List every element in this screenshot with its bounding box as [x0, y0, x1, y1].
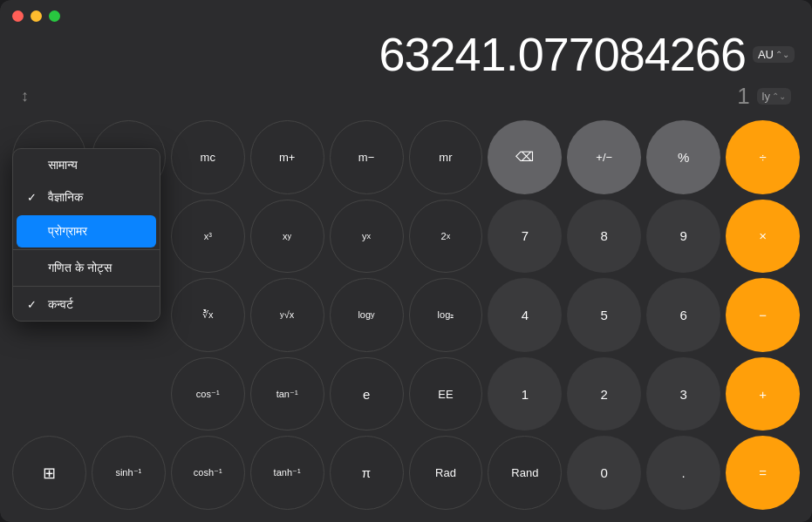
acosh-button[interactable]: cosh⁻¹ — [171, 436, 245, 510]
menu-divider — [13, 249, 160, 250]
x-to-y-button[interactable]: xy — [250, 200, 324, 274]
zero-button[interactable]: 0 — [567, 436, 641, 510]
main-unit-label: AU — [758, 48, 774, 61]
secondary-display-value: 1 — [737, 83, 749, 110]
equals-button[interactable]: = — [726, 436, 800, 510]
atan-button[interactable]: tan⁻¹ — [250, 357, 324, 431]
m-minus-button[interactable]: m− — [330, 120, 404, 194]
euler-button[interactable]: e — [330, 357, 404, 431]
y-to-x-button[interactable]: yx — [330, 200, 404, 274]
title-bar — [0, 0, 812, 27]
secondary-unit-label: ly — [762, 90, 770, 103]
cube-root-button[interactable]: ∛x — [171, 278, 245, 352]
menu-item-programmer[interactable]: प्रोग्रामर — [17, 215, 156, 247]
atanh-button[interactable]: tanh⁻¹ — [250, 436, 324, 510]
menu-item-convert[interactable]: ✓ कन्वर्ट — [13, 288, 160, 321]
two-button[interactable]: 2 — [567, 357, 641, 431]
menu-item-math-notes-label: गणित के नोट्स — [48, 261, 112, 275]
percent-button[interactable]: % — [646, 120, 720, 194]
calculator-window: 63241.077084266 AU ⌃⌄ ↕ 1 ly ⌃⌄ (( ) mc … — [0, 0, 812, 522]
one-button[interactable]: 1 — [488, 357, 562, 431]
four-button[interactable]: 4 — [488, 278, 562, 352]
m-plus-button[interactable]: m+ — [250, 120, 324, 194]
convert-icon[interactable]: ↕ — [21, 87, 29, 105]
row4-spacer2 — [92, 357, 166, 431]
log-2-button[interactable]: log₂ — [409, 278, 483, 352]
ee-button[interactable]: EE — [409, 357, 483, 431]
secondary-unit-selector[interactable]: ly ⌃⌄ — [757, 88, 791, 105]
eight-button[interactable]: 8 — [567, 200, 641, 274]
calc-mode-button[interactable]: ⊞ — [12, 436, 86, 510]
unit-chevrons-icon: ⌃⌄ — [775, 50, 789, 59]
five-button[interactable]: 5 — [567, 278, 641, 352]
menu-item-scientific-label: वैज्ञानिक — [48, 190, 83, 205]
three-button[interactable]: 3 — [646, 357, 720, 431]
scientific-checkmark: ✓ — [27, 191, 41, 204]
multiply-button[interactable]: × — [726, 200, 800, 274]
mc-button[interactable]: mc — [171, 120, 245, 194]
menu-item-basic-label: सामान्य — [48, 158, 78, 173]
y-root-button[interactable]: y√x — [250, 278, 324, 352]
two-to-x-button[interactable]: 2x — [409, 200, 483, 274]
secondary-unit-chevrons-icon: ⌃⌄ — [772, 92, 786, 101]
subtract-button[interactable]: − — [726, 278, 800, 352]
x-cubed-button[interactable]: x³ — [171, 200, 245, 274]
menu-item-scientific[interactable]: ✓ वैज्ञानिक — [13, 181, 160, 214]
plus-minus-button[interactable]: +/− — [567, 120, 641, 194]
nine-button[interactable]: 9 — [646, 200, 720, 274]
rand-button[interactable]: Rand — [488, 436, 562, 510]
acos-button[interactable]: cos⁻¹ — [171, 357, 245, 431]
menu-item-basic[interactable]: सामान्य — [13, 149, 160, 181]
log-y-button[interactable]: logy — [330, 278, 404, 352]
rad-button[interactable]: Rad — [409, 436, 483, 510]
add-button[interactable]: + — [726, 357, 800, 431]
convert-checkmark: ✓ — [27, 298, 41, 311]
backspace-button[interactable]: ⌫ — [488, 120, 562, 194]
asinh-button[interactable]: sinh⁻¹ — [92, 436, 166, 510]
menu-item-math-notes[interactable]: गणित के नोट्स — [13, 252, 160, 284]
close-button[interactable] — [12, 10, 24, 22]
menu-item-convert-label: कन्वर्ट — [48, 297, 73, 312]
mr-button[interactable]: mr — [409, 120, 483, 194]
maximize-button[interactable] — [49, 10, 60, 22]
menu-divider-2 — [13, 286, 160, 287]
main-unit-selector[interactable]: AU ⌃⌄ — [753, 46, 795, 63]
display-area: 63241.077084266 AU ⌃⌄ ↕ 1 ly ⌃⌄ — [0, 27, 812, 115]
seven-button[interactable]: 7 — [488, 200, 562, 274]
decimal-button[interactable]: . — [646, 436, 720, 510]
six-button[interactable]: 6 — [646, 278, 720, 352]
pi-button[interactable]: π — [330, 436, 404, 510]
row4-spacer1 — [12, 357, 86, 431]
menu-item-programmer-label: प्रोग्रामर — [48, 224, 87, 239]
minimize-button[interactable] — [31, 10, 42, 22]
main-display-value: 63241.077084266 — [379, 27, 745, 81]
divide-button[interactable]: ÷ — [726, 120, 800, 194]
mode-dropdown-menu: सामान्य ✓ वैज्ञानिक प्रोग्रामर गणित के न… — [12, 148, 160, 322]
